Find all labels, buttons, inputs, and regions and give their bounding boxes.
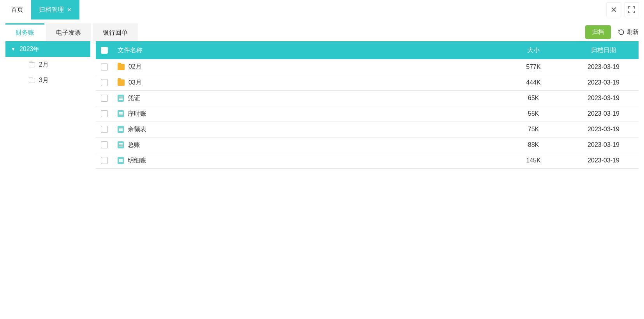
row-checkbox[interactable] bbox=[101, 95, 108, 102]
archive-button-label: 归档 bbox=[592, 28, 604, 35]
file-name: 余额表 bbox=[128, 125, 146, 134]
file-name-cell: 序时账 bbox=[118, 110, 494, 118]
file-size: 65K bbox=[498, 90, 568, 106]
main-content: ▼ 2023年 2月 3月 文件名称 大小 归档日期 bbox=[0, 41, 644, 319]
fullscreen-icon bbox=[628, 6, 635, 13]
fullscreen-button[interactable] bbox=[625, 3, 639, 17]
caret-down-icon: ▼ bbox=[11, 46, 16, 52]
file-date: 2023-03-19 bbox=[568, 153, 639, 168]
tree-month-node[interactable]: 3月 bbox=[5, 72, 90, 88]
row-checkbox[interactable] bbox=[101, 79, 108, 86]
close-tab-icon[interactable]: ✕ bbox=[67, 7, 72, 13]
tree-month-label: 2月 bbox=[39, 61, 49, 69]
tab-home-label: 首页 bbox=[11, 6, 23, 14]
tab-archive-management[interactable]: 归档管理 ✕ bbox=[31, 0, 79, 19]
table-row: 凭证 65K 2023-03-19 bbox=[96, 90, 639, 106]
folder-icon bbox=[118, 64, 125, 70]
refresh-label: 刷新 bbox=[627, 28, 639, 36]
file-name[interactable]: 03月 bbox=[128, 79, 142, 87]
table-row: 03月 444K 2023-03-19 bbox=[96, 75, 639, 90]
tab-archive-label: 归档管理 bbox=[39, 6, 64, 14]
table-row: 总账 88K 2023-03-19 bbox=[96, 137, 639, 153]
file-icon bbox=[118, 95, 124, 102]
header-date: 归档日期 bbox=[568, 41, 639, 59]
file-size: 88K bbox=[498, 137, 568, 153]
file-name: 明细账 bbox=[128, 157, 146, 165]
file-size: 75K bbox=[498, 122, 568, 137]
sub-tabs: 财务账 电子发票 银行回单 bbox=[5, 23, 139, 41]
file-size: 55K bbox=[498, 106, 568, 122]
file-name-cell: 余额表 bbox=[118, 125, 494, 134]
file-name[interactable]: 02月 bbox=[128, 63, 142, 71]
file-name: 凭证 bbox=[128, 94, 140, 102]
subtab-finance-label: 财务账 bbox=[16, 29, 34, 37]
file-icon bbox=[118, 110, 124, 117]
tab-home[interactable]: 首页 bbox=[3, 0, 31, 19]
file-table-wrap: 文件名称 大小 归档日期 02月 577K 2023-03-19 03月 bbox=[90, 41, 644, 319]
file-date: 2023-03-19 bbox=[568, 90, 639, 106]
select-all-checkbox[interactable] bbox=[101, 47, 108, 54]
subtab-einvoice-label: 电子发票 bbox=[56, 29, 81, 37]
folder-icon bbox=[118, 79, 125, 86]
close-icon: ✕ bbox=[611, 5, 617, 14]
row-checkbox[interactable] bbox=[101, 110, 108, 117]
subtab-einvoice[interactable]: 电子发票 bbox=[46, 23, 91, 41]
row-checkbox[interactable] bbox=[101, 126, 108, 133]
folder-outline-icon bbox=[29, 62, 35, 67]
file-icon bbox=[118, 141, 124, 148]
row-checkbox[interactable] bbox=[101, 63, 108, 70]
tree-month-node[interactable]: 2月 bbox=[5, 57, 90, 72]
row-checkbox[interactable] bbox=[101, 141, 108, 148]
file-date: 2023-03-19 bbox=[568, 122, 639, 137]
file-name: 序时账 bbox=[128, 110, 146, 118]
table-header-row: 文件名称 大小 归档日期 bbox=[96, 41, 639, 59]
tree-year-label: 2023年 bbox=[19, 45, 40, 53]
table-row: 序时账 55K 2023-03-19 bbox=[96, 106, 639, 122]
close-button[interactable]: ✕ bbox=[607, 3, 621, 17]
file-icon bbox=[118, 157, 124, 164]
archive-button[interactable]: 归档 bbox=[585, 25, 611, 39]
file-date: 2023-03-19 bbox=[568, 137, 639, 153]
subtab-finance[interactable]: 财务账 bbox=[5, 23, 44, 41]
table-row: 明细账 145K 2023-03-19 bbox=[96, 153, 639, 168]
file-size: 444K bbox=[498, 75, 568, 90]
file-name-cell: 凭证 bbox=[118, 94, 494, 102]
table-row: 余额表 75K 2023-03-19 bbox=[96, 122, 639, 137]
table-row: 02月 577K 2023-03-19 bbox=[96, 59, 639, 75]
file-name-cell: 明细账 bbox=[118, 157, 494, 165]
file-name-cell: 02月 bbox=[118, 63, 494, 71]
file-date: 2023-03-19 bbox=[568, 75, 639, 90]
file-size: 145K bbox=[498, 153, 568, 168]
folder-outline-icon bbox=[29, 78, 35, 83]
file-name-cell: 03月 bbox=[118, 79, 494, 87]
tree-year-node[interactable]: ▼ 2023年 bbox=[5, 41, 90, 57]
tree-month-label: 3月 bbox=[39, 76, 49, 85]
subtab-bankslip[interactable]: 银行回单 bbox=[93, 23, 138, 41]
header-size: 大小 bbox=[498, 41, 568, 59]
sub-bar: 财务账 电子发票 银行回单 归档 刷新 bbox=[0, 19, 644, 41]
file-name-cell: 总账 bbox=[118, 141, 494, 149]
refresh-button[interactable]: 刷新 bbox=[618, 28, 639, 36]
refresh-icon bbox=[618, 29, 625, 35]
sidebar-tree: ▼ 2023年 2月 3月 bbox=[5, 41, 90, 319]
header-name: 文件名称 bbox=[113, 41, 498, 59]
file-icon bbox=[118, 126, 124, 133]
file-table: 文件名称 大小 归档日期 02月 577K 2023-03-19 03月 bbox=[96, 41, 639, 169]
top-tab-strip: 首页 归档管理 ✕ ✕ bbox=[0, 0, 644, 19]
row-checkbox[interactable] bbox=[101, 157, 108, 164]
file-size: 577K bbox=[498, 59, 568, 75]
file-date: 2023-03-19 bbox=[568, 106, 639, 122]
file-date: 2023-03-19 bbox=[568, 59, 639, 75]
subtab-bankslip-label: 银行回单 bbox=[103, 29, 128, 37]
file-name: 总账 bbox=[128, 141, 140, 149]
